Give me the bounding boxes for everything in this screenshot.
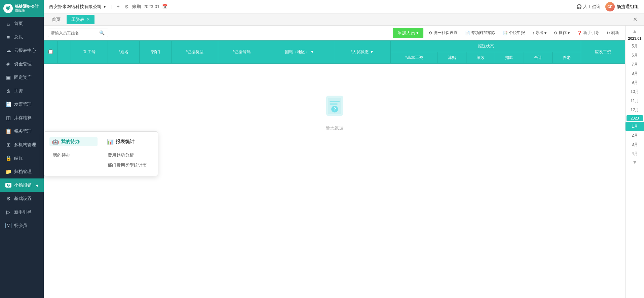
rp-month-12[interactable]: 12月 [626, 105, 644, 114]
rp-month-7[interactable]: 7月 [626, 60, 644, 69]
th-name[interactable]: ⇅ 工号 [71, 41, 108, 64]
rp-month-8[interactable]: 8月 [626, 69, 644, 78]
customer-service-btn[interactable]: 🎧 人工咨询 [576, 4, 601, 10]
sidebar-item-close[interactable]: 🔒 结账 [0, 152, 44, 165]
rp-month-2[interactable]: 2月 [626, 131, 644, 140]
sidebar-item-label: 云报表中心 [14, 47, 36, 54]
social-insurance-icon: ⚙ [429, 31, 432, 35]
tab-payroll-label: 工资表 [71, 16, 84, 23]
calendar-icon[interactable]: 📅 [162, 4, 167, 9]
th-emp-no [58, 41, 71, 64]
add-company-btn[interactable]: + [116, 4, 119, 10]
no-data-text: 暂无数据 [326, 125, 343, 131]
sidebar-item-xiaochang[interactable]: G 小畅报销 ◀ [0, 178, 44, 192]
sidebar-item-ledger[interactable]: ≡ 总账 [0, 30, 44, 44]
play-icon: ▷ [5, 209, 11, 215]
operations-btn[interactable]: ⚙ 操作 ▾ [552, 29, 572, 37]
avatar: CE [605, 2, 615, 11]
logo-subtitle: 旗舰版 [15, 9, 39, 13]
th-total: 合计 [524, 52, 552, 64]
user-menu[interactable]: CE 畅捷通组组 [605, 2, 639, 11]
rp-month-1[interactable]: 1月 [626, 122, 644, 131]
select-all-checkbox[interactable] [48, 49, 53, 54]
new-guide-btn[interactable]: ❓ 新手引导 [575, 29, 601, 37]
th-checkbox[interactable] [44, 41, 58, 64]
sidebar-item-cloud-report[interactable]: ☁ 云报表中心 [0, 44, 44, 57]
sidebar-item-label: 基础设置 [14, 196, 32, 202]
popup-col-todo: 🤖 我的待办 我的待办 [49, 137, 98, 170]
svg-rect-3 [330, 103, 338, 105]
tab-home[interactable]: 首页 [47, 15, 65, 24]
add-person-dropdown-icon: ▾ [416, 30, 419, 35]
special-deduction-btn[interactable]: 📄 专项附加扣除 [463, 29, 497, 37]
no-data-icon: ? [319, 91, 350, 121]
table-header-row1: ⇅ 工号 *姓名 *部门 *证据类型 *证据号码 国籍（地区） ▼ *人员状态 … [44, 41, 625, 52]
close-books-icon: 🔒 [5, 155, 11, 161]
rp-month-5[interactable]: 5月 [626, 42, 644, 51]
social-insurance-btn[interactable]: ⚙ 统一社保设置 [427, 29, 460, 37]
settings-btn[interactable]: ⚙ [124, 4, 129, 10]
member-icon: V [5, 223, 11, 228]
operations-icon: ⚙ [554, 31, 558, 35]
multi-org-icon: ⊞ [5, 142, 11, 148]
search-icon[interactable]: 🔍 [99, 30, 105, 35]
rp-header: 2023.01 [628, 35, 642, 42]
company-selector[interactable]: 西安虾米网络科技有限公司 ▾ [49, 4, 106, 10]
refresh-icon: ↻ [607, 31, 610, 35]
sidebar-item-label: 库存核算 [14, 115, 32, 121]
svg-rect-2 [330, 101, 340, 102]
company-dropdown-icon: ▾ [104, 4, 106, 9]
sidebar-item-multi-org[interactable]: ⊞ 多机构管理 [0, 138, 44, 152]
rp-down-arrow[interactable]: ▼ [631, 158, 639, 166]
sidebar: 畅 畅捷通好会计 旗舰版 ⌂ 首页 ≡ 总账 ☁ 云报表中心 ◈ 资金管理 ▣ … [0, 0, 44, 298]
rp-month-4[interactable]: 4月 [626, 149, 644, 158]
sidebar-item-newbie[interactable]: ▷ 新手引导 [0, 205, 44, 219]
popup-todo-item[interactable]: 我的待办 [49, 150, 98, 160]
export-btn[interactable]: ↑ 导出 ▾ [530, 29, 548, 37]
th-pension: 养老 [552, 52, 581, 64]
sidebar-item-label: 多机构管理 [14, 142, 36, 148]
sidebar-item-home[interactable]: ⌂ 首页 [0, 17, 44, 30]
sidebar-item-fund[interactable]: ◈ 资金管理 [0, 57, 44, 71]
right-panel: ▲ 2023.01 5月 6月 7月 8月 9月 10月 11月 12月 202… [625, 26, 644, 298]
sidebar-item-label: 税务管理 [14, 128, 32, 134]
export-dropdown-icon: ▾ [544, 31, 546, 35]
sidebar-item-member[interactable]: V 畅会员 [0, 219, 44, 232]
popup-dept-expense[interactable]: 部门费用类型统计表 [104, 160, 152, 170]
sidebar-item-label: 工资 [14, 88, 23, 94]
sidebar-item-label: 总账 [14, 34, 23, 40]
popup-todo-title[interactable]: 🤖 我的待办 [49, 137, 98, 146]
popup-report-title[interactable]: 📊 报表统计 [104, 137, 152, 146]
tax-report-btn[interactable]: 📑 个税申报 [501, 29, 527, 37]
popup-col-report: 📊 报表统计 费用趋势分析 部门费用类型统计表 [104, 137, 152, 170]
special-deduction-icon: 📄 [465, 31, 470, 35]
popup-expense-trend[interactable]: 费用趋势分析 [104, 150, 152, 160]
th-status[interactable]: 国籍（地区） ▼ [265, 41, 334, 64]
add-person-label: 添加人员 [397, 30, 415, 36]
rp-year-2023[interactable]: 2023 [627, 115, 643, 121]
sidebar-item-invoice[interactable]: 🧾 发票管理 [0, 98, 44, 111]
rp-month-3[interactable]: 3月 [626, 140, 644, 149]
th-report-status[interactable]: *人员状态 ▼ [334, 41, 390, 64]
home-icon: ⌂ [5, 21, 11, 27]
topbar: 西安虾米网络科技有限公司 ▾ | + ⚙ 账期 2023-01 📅 🎧 人工咨询… [44, 0, 644, 13]
window-close-btn[interactable]: ✕ [630, 15, 641, 24]
add-person-button[interactable]: 添加人员 ▾ [393, 28, 423, 38]
tab-close-btn[interactable]: ✕ [86, 17, 90, 22]
rp-month-11[interactable]: 11月 [626, 96, 644, 105]
sidebar-item-inventory[interactable]: ◫ 库存核算 [0, 111, 44, 125]
rp-month-9[interactable]: 9月 [626, 78, 644, 87]
sidebar-item-archive[interactable]: 📁 归档管理 [0, 165, 44, 178]
refresh-btn[interactable]: ↻ 刷新 [605, 29, 621, 37]
rp-month-10[interactable]: 10月 [626, 87, 644, 96]
sidebar-item-tax[interactable]: 📋 税务管理 [0, 125, 44, 138]
todo-icon: 🤖 [52, 138, 59, 145]
rp-month-6[interactable]: 6月 [626, 51, 644, 60]
sidebar-item-fixed-assets[interactable]: ▣ 固定资产 [0, 71, 44, 84]
search-input[interactable] [51, 31, 98, 35]
tab-payroll[interactable]: 工资表 ✕ [67, 15, 94, 24]
sidebar-item-basic[interactable]: ⚙ 基础设置 [0, 192, 44, 205]
fund-icon: ◈ [5, 61, 11, 67]
rp-up-arrow[interactable]: ▲ [631, 27, 639, 35]
sidebar-item-payroll[interactable]: $ 工资 [0, 84, 44, 98]
